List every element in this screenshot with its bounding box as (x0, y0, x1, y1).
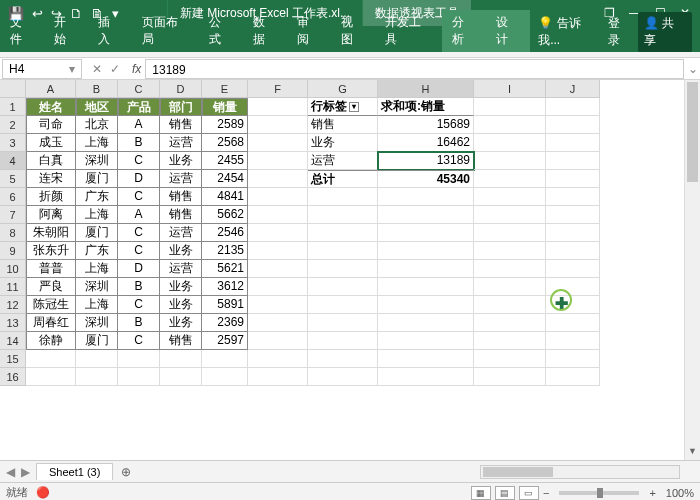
cell-B4[interactable]: 深圳 (76, 152, 118, 170)
scroll-down-icon[interactable]: ▼ (685, 446, 700, 460)
cell-D11[interactable]: 业务 (160, 278, 202, 296)
tab-dev[interactable]: 开发工具 (375, 10, 443, 52)
row-header-12[interactable]: 12 (0, 296, 26, 314)
row-header-3[interactable]: 3 (0, 134, 26, 152)
cell-F2[interactable] (248, 116, 308, 134)
cell-B15[interactable] (76, 350, 118, 368)
row-header-6[interactable]: 6 (0, 188, 26, 206)
column-header-H[interactable]: H (378, 80, 474, 98)
cell-C15[interactable] (118, 350, 160, 368)
cell-D2[interactable]: 销售 (160, 116, 202, 134)
cell-H4[interactable]: 13189 (378, 152, 474, 170)
cell-I2[interactable] (474, 116, 546, 134)
cell-D9[interactable]: 业务 (160, 242, 202, 260)
cell-D13[interactable]: 业务 (160, 314, 202, 332)
cell-C8[interactable]: C (118, 224, 160, 242)
cell-C10[interactable]: D (118, 260, 160, 278)
column-header-B[interactable]: B (76, 80, 118, 98)
cell-E4[interactable]: 2455 (202, 152, 248, 170)
cell-F1[interactable] (248, 98, 308, 116)
cell-C14[interactable]: C (118, 332, 160, 350)
horizontal-scrollbar[interactable] (480, 465, 680, 479)
cell-F11[interactable] (248, 278, 308, 296)
cell-B7[interactable]: 上海 (76, 206, 118, 224)
cell-G2[interactable]: 销售 (308, 116, 378, 134)
fx-icon[interactable]: fx (128, 62, 145, 76)
tab-view[interactable]: 视图 (331, 10, 375, 52)
cell-A2[interactable]: 司命 (26, 116, 76, 134)
cell-I12[interactable] (474, 296, 546, 314)
cell-F4[interactable] (248, 152, 308, 170)
cell-J9[interactable] (546, 242, 600, 260)
fx-cancel-icon[interactable]: ✕ (92, 62, 102, 76)
cell-F15[interactable] (248, 350, 308, 368)
cell-B14[interactable]: 厦门 (76, 332, 118, 350)
cell-G1[interactable]: 行标签▾ (308, 98, 378, 116)
cell-J8[interactable] (546, 224, 600, 242)
cell-I13[interactable] (474, 314, 546, 332)
cell-E3[interactable]: 2568 (202, 134, 248, 152)
name-box-dropdown-icon[interactable]: ▾ (69, 59, 75, 79)
cell-C16[interactable] (118, 368, 160, 386)
cell-H15[interactable] (378, 350, 474, 368)
cell-F14[interactable] (248, 332, 308, 350)
column-header-J[interactable]: J (546, 80, 600, 98)
cell-A8[interactable]: 朱朝阳 (26, 224, 76, 242)
tab-insert[interactable]: 插入 (88, 10, 132, 52)
fx-ok-icon[interactable]: ✓ (110, 62, 120, 76)
row-header-15[interactable]: 15 (0, 350, 26, 368)
column-header-D[interactable]: D (160, 80, 202, 98)
column-header-F[interactable]: F (248, 80, 308, 98)
cell-I11[interactable] (474, 278, 546, 296)
zoom-slider[interactable] (559, 491, 639, 495)
cell-E9[interactable]: 2135 (202, 242, 248, 260)
zoom-level[interactable]: 100% (666, 487, 694, 499)
cell-H7[interactable] (378, 206, 474, 224)
tab-data[interactable]: 数据 (243, 10, 287, 52)
cell-B5[interactable]: 厦门 (76, 170, 118, 188)
share-button[interactable]: 👤 共享 (638, 12, 692, 52)
cell-H16[interactable] (378, 368, 474, 386)
cell-F12[interactable] (248, 296, 308, 314)
cell-D3[interactable]: 运营 (160, 134, 202, 152)
cell-G3[interactable]: 业务 (308, 134, 378, 152)
tab-analyze[interactable]: 分析 (442, 10, 486, 52)
column-header-E[interactable]: E (202, 80, 248, 98)
cell-A15[interactable] (26, 350, 76, 368)
cell-J3[interactable] (546, 134, 600, 152)
row-header-7[interactable]: 7 (0, 206, 26, 224)
cell-G9[interactable] (308, 242, 378, 260)
cell-F13[interactable] (248, 314, 308, 332)
cell-B11[interactable]: 深圳 (76, 278, 118, 296)
cell-B1[interactable]: 地区 (76, 98, 118, 116)
cell-I5[interactable] (474, 170, 546, 188)
sheet-prev-icon[interactable]: ◀ (6, 465, 15, 479)
cell-B16[interactable] (76, 368, 118, 386)
cell-A6[interactable]: 折颜 (26, 188, 76, 206)
tab-file[interactable]: 文件 (0, 10, 44, 52)
cell-I1[interactable] (474, 98, 546, 116)
cell-H6[interactable] (378, 188, 474, 206)
cell-I8[interactable] (474, 224, 546, 242)
cell-J4[interactable] (546, 152, 600, 170)
cell-J13[interactable] (546, 314, 600, 332)
cell-C9[interactable]: C (118, 242, 160, 260)
cell-C2[interactable]: A (118, 116, 160, 134)
cell-G6[interactable] (308, 188, 378, 206)
cell-I6[interactable] (474, 188, 546, 206)
cell-B13[interactable]: 深圳 (76, 314, 118, 332)
cell-G8[interactable] (308, 224, 378, 242)
cell-H5[interactable]: 45340 (378, 170, 474, 188)
cell-C4[interactable]: C (118, 152, 160, 170)
cell-D6[interactable]: 销售 (160, 188, 202, 206)
sheet-tab[interactable]: Sheet1 (3) (36, 463, 113, 480)
cell-J7[interactable] (546, 206, 600, 224)
cell-B12[interactable]: 上海 (76, 296, 118, 314)
formula-bar[interactable]: 13189 (145, 59, 684, 79)
cell-E1[interactable]: 销量 (202, 98, 248, 116)
scrollbar-thumb[interactable] (483, 467, 553, 477)
row-header-4[interactable]: 4 (0, 152, 26, 170)
cell-D10[interactable]: 运营 (160, 260, 202, 278)
column-header-I[interactable]: I (474, 80, 546, 98)
cell-G14[interactable] (308, 332, 378, 350)
